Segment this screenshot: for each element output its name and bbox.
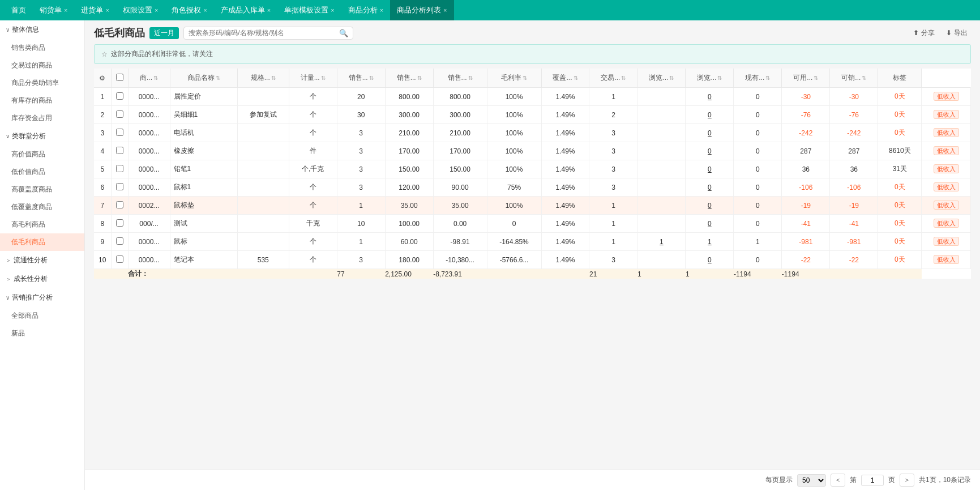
row-gross: 1.49% <box>541 124 589 142</box>
footer-price1: 2,125.00 <box>385 269 433 279</box>
row-name: 笔记本 <box>170 251 237 269</box>
nav-item-purchase[interactable]: 进货单 × <box>74 0 115 20</box>
sidebar-group-overall[interactable]: ∨ 整体信息 <box>0 20 84 39</box>
col-usable[interactable]: 可用...⇅ <box>782 69 830 88</box>
sidebar-item-stock-goods[interactable]: 有库存的商品 <box>0 92 84 109</box>
close-icon[interactable]: × <box>443 7 447 14</box>
sidebar-item-low-gross[interactable]: 低毛利商品 <box>0 233 84 251</box>
table-footer-row: 合计： 77 2,125.00 -8,723.91 21 1 1 -1194 <box>94 269 971 279</box>
row-code: 0000... <box>128 124 170 142</box>
sidebar-item-sales-goods[interactable]: 销售类商品 <box>0 39 84 57</box>
sidebar-item-low-coverage[interactable]: 低覆盖度商品 <box>0 198 84 216</box>
filter-tag[interactable]: 近一月 <box>149 27 179 39</box>
row-checkbox[interactable] <box>111 251 128 269</box>
row-unit: 个 <box>289 124 337 142</box>
page-input[interactable] <box>861 475 884 486</box>
col-spec[interactable]: 规格...⇅ <box>237 69 289 88</box>
info-icon: ☆ <box>101 50 108 58</box>
sidebar-item-new-goods[interactable]: 新品 <box>0 325 84 342</box>
share-button[interactable]: ⬆ 分享 <box>910 27 938 40</box>
nav-item-home[interactable]: 首页 <box>5 0 33 20</box>
col-qty[interactable]: 销售...⇅ <box>337 69 385 88</box>
col-sellable[interactable]: 可销...⇅ <box>830 69 878 88</box>
row-usable: 36 <box>830 160 878 178</box>
sidebar-group-marketing[interactable]: ∨ 营销推广分析 <box>0 288 84 307</box>
col-unit[interactable]: 计量...⇅ <box>289 69 337 88</box>
row-checkbox[interactable] <box>111 142 128 160</box>
close-icon[interactable]: × <box>64 7 67 14</box>
row-coverage: 1 <box>589 215 637 233</box>
row-checkbox[interactable] <box>111 124 128 142</box>
notice-bar: ☆ 这部分商品的利润非常低，请关注 <box>94 44 971 64</box>
nav-item-template[interactable]: 单据模板设置 × <box>277 0 341 20</box>
row-browse2: 0 <box>734 142 782 160</box>
sidebar-group-growth[interactable]: ＞ 成长性分析 <box>0 270 84 288</box>
row-price2: 800.00 <box>433 88 487 106</box>
row-checkbox[interactable] <box>111 178 128 197</box>
row-coverage: 3 <box>589 160 637 178</box>
per-page-select[interactable]: 50 20 100 <box>797 474 826 487</box>
row-tag: 低收入 <box>922 106 971 124</box>
search-input[interactable] <box>189 29 339 37</box>
sidebar-item-stock-capital[interactable]: 库存资金占用 <box>0 109 84 127</box>
col-settings[interactable]: ⚙ <box>94 69 111 88</box>
col-browse1[interactable]: 浏览...⇅ <box>637 69 686 88</box>
col-stock[interactable]: 现有...⇅ <box>734 69 782 88</box>
nav-item-product[interactable]: 产成品入库单 × <box>214 0 277 20</box>
table-row: 7 0002... 鼠标垫 个 1 35.00 35.00 100% 1.49%… <box>94 197 971 215</box>
export-button[interactable]: ⬇ 导出 <box>943 27 971 40</box>
row-qty: 3 <box>337 178 385 197</box>
sidebar-item-category-rate[interactable]: 商品分类助销率 <box>0 74 84 92</box>
nav-item-analysis-list[interactable]: 商品分析列表 × <box>390 0 453 20</box>
prev-page-button[interactable]: ＜ <box>831 474 845 487</box>
row-price3: -5766.6... <box>487 251 541 269</box>
col-price1[interactable]: 销售...⇅ <box>385 69 433 88</box>
select-all-checkbox[interactable] <box>116 74 123 81</box>
row-stock: -30 <box>782 88 830 106</box>
nav-item-permission[interactable]: 权限设置 × <box>116 0 165 20</box>
row-browse2: 0 <box>734 197 782 215</box>
row-name: 鼠标1 <box>170 178 237 197</box>
sidebar-group-circulation[interactable]: ＞ 流通性分析 <box>0 251 84 270</box>
sidebar-item-high-value[interactable]: 高价值商品 <box>0 146 84 163</box>
col-price2[interactable]: 销售...⇅ <box>433 69 487 88</box>
row-usable: -22 <box>830 251 878 269</box>
footer-sellable <box>830 269 878 279</box>
col-gross[interactable]: 毛利率⇅ <box>487 69 541 88</box>
row-checkbox[interactable] <box>111 160 128 178</box>
row-code: 0000... <box>128 106 170 124</box>
row-gross: 1.49% <box>541 233 589 251</box>
sidebar-item-high-gross[interactable]: 高毛利商品 <box>0 216 84 233</box>
row-checkbox[interactable] <box>111 106 128 124</box>
col-coverage[interactable]: 覆盖...⇅ <box>541 69 589 88</box>
row-sellable: 0天 <box>878 178 922 197</box>
row-browse2: 0 <box>734 106 782 124</box>
close-icon[interactable]: × <box>155 7 158 14</box>
col-name[interactable]: 商品名称⇅ <box>170 69 237 88</box>
row-trade <box>637 215 686 233</box>
table-row: 5 0000... 铅笔1 个,千克 3 150.00 150.00 100% … <box>94 160 971 178</box>
col-browse2[interactable]: 浏览...⇅ <box>686 69 734 88</box>
close-icon[interactable]: × <box>203 7 207 14</box>
row-sellable: 0天 <box>878 106 922 124</box>
nav-item-role[interactable]: 角色授权 × <box>165 0 213 20</box>
row-checkbox[interactable] <box>111 233 128 251</box>
nav-item-sales[interactable]: 销货单 × <box>33 0 74 20</box>
sidebar-item-all-goods[interactable]: 全部商品 <box>0 307 84 325</box>
sidebar-group-cluster[interactable]: ∨ 类群堂分析 <box>0 127 84 146</box>
close-icon[interactable]: × <box>267 7 271 14</box>
sidebar-item-low-value[interactable]: 低价值商品 <box>0 163 84 181</box>
row-checkbox[interactable] <box>111 215 128 233</box>
close-icon[interactable]: × <box>380 7 383 14</box>
close-icon[interactable]: × <box>331 7 334 14</box>
row-checkbox[interactable] <box>111 197 128 215</box>
nav-item-analysis[interactable]: 商品分析 × <box>341 0 390 20</box>
sidebar-item-high-coverage[interactable]: 高覆盖度商品 <box>0 181 84 198</box>
col-trade[interactable]: 交易...⇅ <box>589 69 637 88</box>
next-page-button[interactable]: ＞ <box>900 474 914 487</box>
col-code[interactable]: 商...⇅ <box>128 69 170 88</box>
row-price3: 75% <box>487 178 541 197</box>
row-checkbox[interactable] <box>111 88 128 106</box>
sidebar-item-traded-goods[interactable]: 交易过的商品 <box>0 57 84 74</box>
close-icon[interactable]: × <box>105 7 109 14</box>
